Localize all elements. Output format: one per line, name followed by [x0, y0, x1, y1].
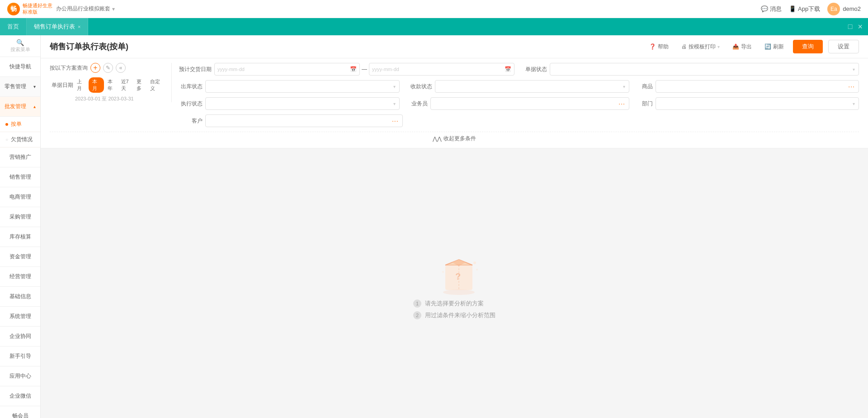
scheme-panel: 按以下方案查询 + ✎ « 单据日期 上月 本月 本年 近7天 更多: [50, 63, 172, 102]
sidebar-item-basic-info[interactable]: 基础信息: [0, 287, 40, 307]
salesperson-select[interactable]: ···: [430, 97, 629, 110]
goods-label: 商品: [638, 83, 653, 90]
sub-nav-press-order[interactable]: 按单: [0, 117, 40, 132]
out-status-arrow-icon: ▾: [393, 84, 396, 89]
user-action[interactable]: Ea demo2: [827, 3, 861, 15]
sidebar-item-newbie[interactable]: 新手引导: [0, 347, 40, 366]
app-download-icon: 📱: [789, 5, 796, 12]
empty-hints: 1 请先选择要分析的方案 2 用过滤条件来缩小分析范围: [413, 299, 495, 319]
empty-hint-2: 2 用过滤条件来缩小分析范围: [413, 311, 495, 319]
page-area: 销售订单执行表(按单) ❓ 帮助 🖨 按模板打印 ▾ 📤 导出 🔄 刷新: [41, 35, 868, 418]
date-separator: —: [362, 66, 367, 72]
tab-sales-order[interactable]: 销售订单执行表 ×: [27, 18, 88, 35]
department-field: 部门 ▾: [638, 97, 859, 110]
sidebar-item-membership[interactable]: 畅会员: [0, 406, 40, 418]
sub-nav-accounts-receivable[interactable]: ○ 欠货情况: [0, 132, 40, 147]
collapse-row: ⋀⋀ 收起更多条件: [50, 132, 859, 143]
nav-tabs: 首页 销售订单执行表 × □ ×: [0, 18, 868, 35]
date-btn-this-year[interactable]: 本年: [106, 77, 118, 93]
customer-label: 客户: [179, 117, 203, 125]
empty-hint-1: 1 请先选择要分析的方案: [413, 299, 495, 308]
refresh-icon: 🔄: [764, 43, 771, 50]
svg-point-6: [476, 269, 478, 271]
svg-point-7: [442, 271, 444, 273]
order-status-arrow-icon: ▾: [853, 67, 855, 72]
scheme-label: 按以下方案查询: [50, 64, 88, 72]
sidebar-item-enterprise[interactable]: 企业协同: [0, 327, 40, 347]
goods-field: 商品 ···: [638, 80, 859, 93]
sidebar-item-wholesale-mgmt[interactable]: 批发管理 ▴: [0, 97, 40, 117]
tab-home[interactable]: 首页: [0, 18, 27, 35]
sidebar-item-quick-nav[interactable]: 快捷导航: [0, 57, 40, 77]
close-window-icon[interactable]: ×: [858, 22, 863, 32]
receipt-status-select[interactable]: ▾: [435, 80, 629, 93]
salesperson-field: 业务员 ···: [409, 97, 629, 110]
tab-home-label: 首页: [7, 23, 19, 31]
main-content: 🔍 搜索菜单 快捷导航 零售管理 ▾ 批发管理 ▴ 按单 ○ 欠货情况 营销推广: [0, 35, 868, 418]
sidebar-item-app-center[interactable]: 应用中心: [0, 366, 40, 386]
sidebar-item-inventory[interactable]: 库存核算: [0, 227, 40, 247]
page-header-actions: ❓ 帮助 🖨 按模板打印 ▾ 📤 导出 🔄 刷新 查询 设置: [646, 40, 859, 53]
page-header: 销售订单执行表(按单) ❓ 帮助 🖨 按模板打印 ▾ 📤 导出 🔄 刷新: [41, 35, 868, 58]
collapse-button[interactable]: ⋀⋀ 收起更多条件: [433, 135, 476, 142]
scheme-collapse-button[interactable]: «: [116, 63, 126, 73]
page-title: 销售订单执行表(按单): [50, 41, 128, 52]
svg-point-5: [473, 261, 476, 264]
breadcrumb-arrow[interactable]: ▾: [112, 6, 115, 12]
date-btn-more[interactable]: 更多: [135, 77, 146, 93]
help-icon: ❓: [649, 43, 656, 50]
scheme-edit-button[interactable]: ✎: [103, 63, 113, 73]
goods-select[interactable]: ···: [656, 80, 859, 93]
export-button[interactable]: 📤 导出: [729, 41, 755, 52]
filter-section: 按以下方案查询 + ✎ « 单据日期 上月 本月 本年 近7天 更多: [41, 58, 868, 148]
sidebar-item-purchase[interactable]: 采购管理: [0, 207, 40, 227]
tab-sales-order-label: 销售订单执行表: [34, 23, 75, 31]
export-icon: 📤: [732, 43, 739, 50]
order-status-field: 单据状态 ▾: [524, 63, 859, 76]
expected-delivery-from[interactable]: yyyy-mm-dd 📅: [214, 63, 360, 76]
empty-state: ? 1 请先选择要分析的方案 2: [413, 247, 495, 319]
sidebar-item-retail-mgmt[interactable]: 零售管理 ▾: [0, 77, 40, 97]
calendar-from-icon: 📅: [350, 66, 357, 72]
sidebar-item-finance[interactable]: 资金管理: [0, 247, 40, 267]
expected-delivery-to[interactable]: yyyy-mm-dd 📅: [369, 63, 514, 76]
salesperson-dots-icon: ···: [618, 100, 625, 107]
app-download-action[interactable]: 📱 App下载: [789, 5, 820, 13]
exec-status-select[interactable]: ▾: [205, 97, 400, 110]
expected-delivery-label: 预计交货日期: [179, 66, 212, 73]
customer-select[interactable]: ···: [205, 114, 403, 127]
restore-window-icon[interactable]: □: [848, 23, 853, 31]
salesperson-label: 业务员: [409, 100, 428, 108]
breadcrumb-text: 办公用品行业模拟账套: [56, 5, 110, 13]
sidebar-item-marketing[interactable]: 营销推广: [0, 147, 40, 167]
sidebar-item-system[interactable]: 系统管理: [0, 307, 40, 327]
sidebar-item-enterprise-wechat[interactable]: 企业微信: [0, 386, 40, 406]
order-status-select[interactable]: ▾: [550, 63, 859, 76]
exec-status-arrow-icon: ▾: [393, 101, 396, 106]
settings-button[interactable]: 设置: [828, 40, 859, 53]
message-action[interactable]: 💬 消息: [761, 5, 782, 13]
collapse-arrow-icon: ⋀⋀: [433, 136, 442, 142]
date-btn-last-7-days[interactable]: 近7天: [119, 77, 133, 93]
query-button[interactable]: 查询: [793, 40, 823, 53]
sidebar-search[interactable]: 🔍 搜索菜单: [0, 35, 40, 57]
tab-sales-order-close[interactable]: ×: [78, 24, 80, 29]
print-button[interactable]: 🖨 按模板打印 ▾: [678, 41, 723, 52]
refresh-button[interactable]: 🔄 刷新: [761, 41, 788, 52]
sidebar-item-operations[interactable]: 经营管理: [0, 267, 40, 287]
date-btn-custom[interactable]: 自定义: [148, 77, 164, 93]
message-icon: 💬: [761, 5, 768, 12]
avatar: Ea: [827, 3, 840, 15]
help-button[interactable]: ❓ 帮助: [646, 41, 672, 52]
date-btn-last-month[interactable]: 上月: [75, 77, 87, 93]
scheme-add-button[interactable]: +: [90, 63, 100, 73]
hint-1-num: 1: [413, 299, 421, 308]
sidebar-item-ecommerce[interactable]: 电商管理: [0, 187, 40, 207]
content-body: ? 1 请先选择要分析的方案 2: [41, 148, 868, 418]
department-select[interactable]: ▾: [656, 97, 859, 110]
logo-area: 畅 畅捷通好生意 标准版: [7, 3, 52, 15]
date-btn-this-month[interactable]: 本月: [89, 77, 104, 93]
top-bar-left: 畅 畅捷通好生意 标准版 办公用品行业模拟账套 ▾: [7, 3, 115, 15]
out-status-select[interactable]: ▾: [205, 80, 400, 93]
sidebar-item-sales-mgmt[interactable]: 销售管理: [0, 167, 40, 187]
